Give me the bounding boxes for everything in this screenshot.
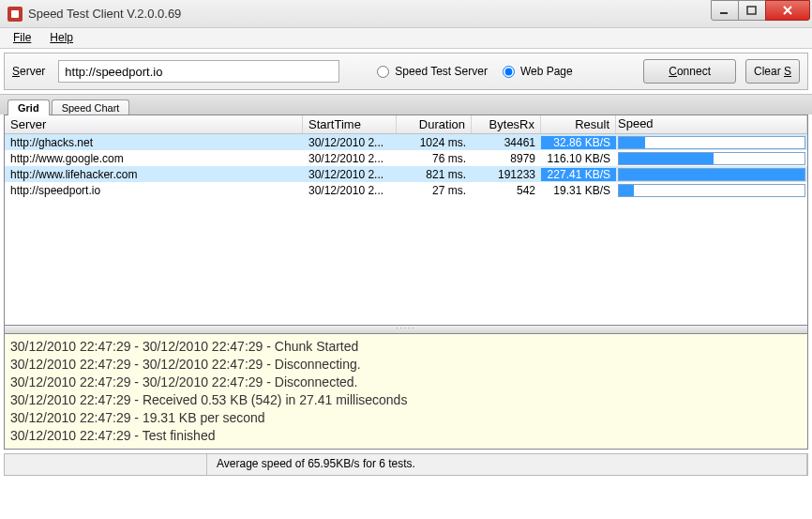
cell-duration: 76 ms. <box>397 152 472 165</box>
log-panel[interactable]: 30/12/2010 22:47:29 - 30/12/2010 22:47:2… <box>4 333 808 450</box>
log-line: 30/12/2010 22:47:29 - 19.31 KB per secon… <box>10 409 802 427</box>
radio-web-page[interactable]: Web Page <box>503 65 573 78</box>
cell-server: http://speedport.io <box>5 184 303 197</box>
menubar: File Help <box>0 28 812 49</box>
connect-button[interactable]: Connect <box>643 59 736 84</box>
cell-start: 30/12/2010 2... <box>303 136 397 149</box>
control-panel: Server Speed Test Server Web Page Connec… <box>4 53 808 90</box>
cell-speed <box>616 151 807 166</box>
app-icon <box>8 7 23 22</box>
statusbar: Average speed of 65.95KB/s for 6 tests. <box>4 453 808 476</box>
menu-help[interactable]: Help <box>40 28 83 48</box>
clear-button[interactable]: Clear S <box>745 59 800 84</box>
status-left <box>5 454 207 475</box>
cell-bytes: 8979 <box>472 152 541 165</box>
svg-rect-0 <box>720 12 728 14</box>
cell-start: 30/12/2010 2... <box>303 184 397 197</box>
col-result[interactable]: Result <box>541 115 616 133</box>
cell-result: 227.41 KB/S <box>541 168 616 181</box>
cell-duration: 1024 ms. <box>397 136 472 149</box>
cell-result: 116.10 KB/S <box>541 152 616 165</box>
col-bytes[interactable]: BytesRx <box>472 115 541 133</box>
minimize-button[interactable] <box>711 0 739 21</box>
mode-radio-group: Speed Test Server Web Page <box>377 65 572 78</box>
log-line: 30/12/2010 22:47:29 - 30/12/2010 22:47:2… <box>10 356 802 374</box>
col-speed[interactable]: Speed <box>616 115 807 133</box>
svg-rect-1 <box>747 7 756 14</box>
cell-server: http://www.google.com <box>5 152 303 165</box>
table-row[interactable]: http://www.lifehacker.com30/12/2010 2...… <box>5 166 807 182</box>
table-row[interactable]: http://speedport.io30/12/2010 2...27 ms.… <box>5 182 807 198</box>
cell-bytes: 34461 <box>472 136 541 149</box>
cell-server: http://www.lifehacker.com <box>5 168 303 181</box>
cell-start: 30/12/2010 2... <box>303 168 397 181</box>
tab-speed-chart[interactable]: Speed Chart <box>52 99 130 115</box>
server-label: Server <box>12 65 49 78</box>
log-line: 30/12/2010 22:47:29 - Received 0.53 KB (… <box>10 391 802 409</box>
menu-file[interactable]: File <box>4 28 40 48</box>
cell-result: 32.86 KB/S <box>541 136 616 149</box>
maximize-button[interactable] <box>738 0 766 21</box>
window-title: Speed Test Client V.2.0.0.69 <box>28 7 808 21</box>
table-row[interactable]: http://www.google.com30/12/2010 2...76 m… <box>5 150 807 166</box>
grid-body: http://ghacks.net30/12/2010 2...1024 ms.… <box>5 134 807 198</box>
tab-grid[interactable]: Grid <box>8 99 50 115</box>
radio-speed-test-server[interactable]: Speed Test Server <box>377 65 488 78</box>
titlebar[interactable]: Speed Test Client V.2.0.0.69 <box>0 0 812 28</box>
radio-wp-input[interactable] <box>503 66 515 78</box>
col-server[interactable]: Server <box>5 115 303 133</box>
cell-speed <box>616 167 807 182</box>
cell-bytes: 542 <box>472 184 541 197</box>
log-line: 30/12/2010 22:47:29 - Test finished <box>10 427 802 445</box>
server-input[interactable] <box>58 60 339 83</box>
cell-duration: 821 ms. <box>397 168 472 181</box>
close-button[interactable] <box>765 0 810 21</box>
log-line: 30/12/2010 22:47:29 - 30/12/2010 22:47:2… <box>10 374 802 391</box>
cell-server: http://ghacks.net <box>5 136 303 149</box>
col-duration[interactable]: Duration <box>397 115 472 133</box>
cell-speed <box>616 135 807 150</box>
results-grid[interactable]: Server StartTime Duration BytesRx Result… <box>4 114 808 326</box>
cell-bytes: 191233 <box>472 168 541 181</box>
status-average: Average speed of 65.95KB/s for 6 tests. <box>207 454 807 475</box>
cell-start: 30/12/2010 2... <box>303 152 397 165</box>
grid-header: Server StartTime Duration BytesRx Result… <box>5 115 807 134</box>
window-controls <box>712 0 810 21</box>
cell-result: 19.31 KB/S <box>541 184 616 197</box>
log-line: 30/12/2010 22:47:29 - 30/12/2010 22:47:2… <box>10 338 802 356</box>
radio-sts-input[interactable] <box>377 66 389 78</box>
tab-strip: Grid Speed Chart <box>0 94 812 114</box>
table-row[interactable]: http://ghacks.net30/12/2010 2...1024 ms.… <box>5 134 807 150</box>
col-start[interactable]: StartTime <box>303 115 397 133</box>
splitter[interactable]: ····· <box>4 326 808 333</box>
cell-duration: 27 ms. <box>397 184 472 197</box>
cell-speed <box>616 183 807 198</box>
